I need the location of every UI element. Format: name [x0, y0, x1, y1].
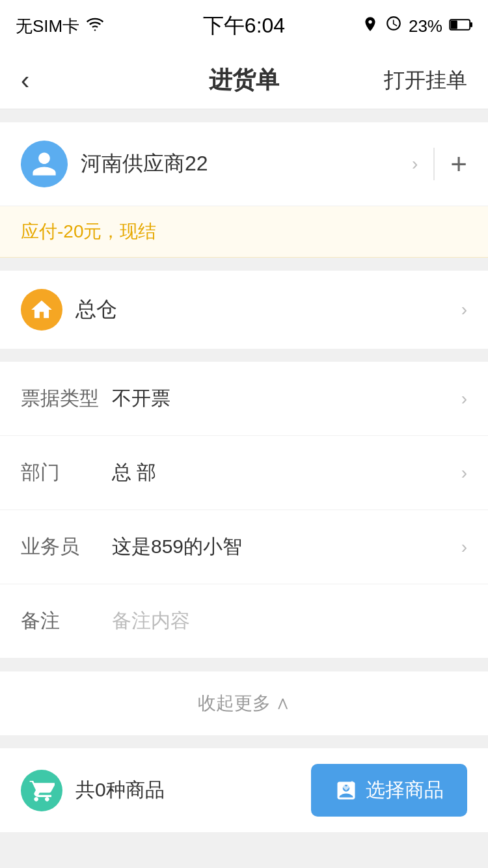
carrier-label: 无SIM卡	[16, 15, 79, 38]
remark-row[interactable]: 备注 备注内容	[0, 584, 488, 658]
status-right: 23%	[362, 16, 472, 37]
invoice-type-row[interactable]: 票据类型 不开票 ›	[0, 362, 488, 436]
supplier-section: 河南供应商22 › +	[0, 122, 488, 206]
remark-value: 备注内容	[112, 608, 467, 634]
select-product-button[interactable]: 选择商品	[311, 764, 467, 817]
form-section: 票据类型 不开票 › 部门 总 部 › 业务员 这是859的小智 › 备注 备注…	[0, 362, 488, 658]
department-row[interactable]: 部门 总 部 ›	[0, 436, 488, 510]
supplier-arrow-icon: ›	[412, 154, 418, 174]
invoice-type-arrow-icon: ›	[461, 388, 467, 409]
notice-text: 应付-20元，现结	[21, 221, 156, 241]
page-title: 进货单	[209, 64, 279, 96]
status-bar: 无SIM卡 下午6:04 23%	[0, 0, 488, 52]
salesperson-row[interactable]: 业务员 这是859的小智 ›	[0, 510, 488, 584]
salesperson-value: 这是859的小智	[112, 534, 461, 560]
supplier-avatar	[21, 141, 68, 187]
department-value: 总 部	[112, 459, 461, 486]
notice-banner: 应付-20元，现结	[0, 206, 488, 258]
department-label: 部门	[21, 459, 112, 486]
location-icon	[362, 16, 379, 37]
svg-point-0	[94, 29, 96, 31]
warehouse-section[interactable]: 总仓 ›	[0, 271, 488, 349]
open-pending-button[interactable]: 打开挂单	[384, 66, 467, 95]
main-background	[0, 832, 488, 868]
invoice-type-value: 不开票	[112, 385, 461, 412]
svg-rect-2	[470, 22, 472, 27]
bottom-bar: 共0种商品 选择商品	[0, 748, 488, 832]
invoice-type-label: 票据类型	[21, 385, 112, 412]
add-supplier-button[interactable]: +	[450, 148, 467, 180]
status-time: 下午6:04	[203, 12, 285, 40]
supplier-name[interactable]: 河南供应商22	[81, 150, 412, 178]
battery-label: 23%	[409, 16, 442, 36]
wifi-icon	[86, 15, 104, 38]
warehouse-icon	[21, 289, 62, 331]
warehouse-arrow-icon: ›	[461, 299, 467, 320]
collapse-row[interactable]: 收起更多 ∧	[0, 671, 488, 735]
salesperson-label: 业务员	[21, 534, 112, 560]
battery-icon	[449, 16, 472, 36]
alarm-icon	[385, 16, 402, 37]
remark-label: 备注	[21, 608, 112, 634]
department-arrow-icon: ›	[461, 463, 467, 483]
product-count-icon	[21, 770, 62, 811]
select-product-icon	[334, 779, 358, 802]
gap-1	[0, 109, 488, 122]
supplier-divider	[433, 148, 435, 180]
back-button[interactable]: ‹	[21, 66, 29, 95]
product-count-text: 共0种商品	[75, 777, 298, 804]
status-left: 无SIM卡	[16, 15, 104, 38]
svg-rect-3	[451, 20, 457, 29]
collapse-label: 收起更多 ∧	[198, 691, 291, 716]
select-product-label: 选择商品	[366, 777, 444, 804]
nav-bar: ‹ 进货单 打开挂单	[0, 52, 488, 109]
salesperson-arrow-icon: ›	[461, 537, 467, 558]
warehouse-name: 总仓	[75, 295, 461, 324]
